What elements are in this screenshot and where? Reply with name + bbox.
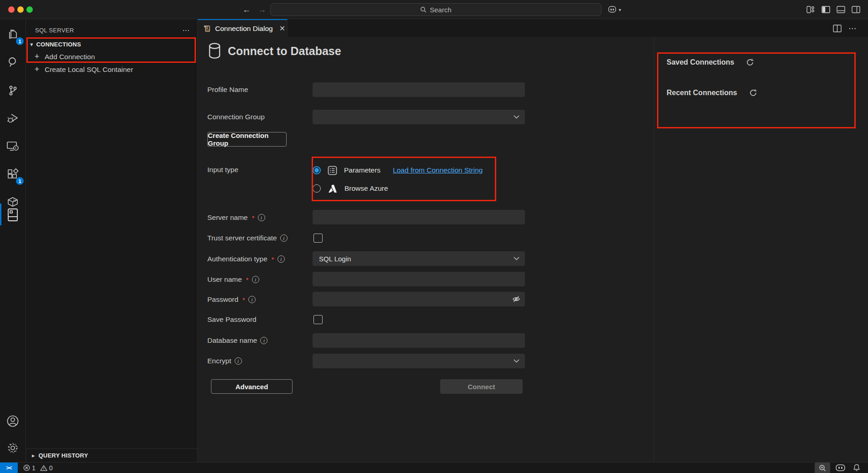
refresh-icon[interactable] <box>749 89 757 97</box>
info-icon[interactable]: i <box>252 276 259 283</box>
parameters-icon <box>328 166 337 175</box>
extensions-icon[interactable]: 1 <box>4 165 22 183</box>
remote-explorer-icon[interactable] <box>4 137 22 155</box>
sidebar-title: SQL SERVER <box>35 27 74 34</box>
copilot-status-icon[interactable] <box>834 463 847 473</box>
advanced-button[interactable]: Advanced <box>211 379 293 394</box>
browse-azure-label: Browse Azure <box>344 184 388 193</box>
forward-arrow-icon[interactable]: → <box>256 4 268 15</box>
info-icon[interactable]: i <box>260 337 267 344</box>
connections-side-panel: Saved Connections Recent Connections <box>654 37 868 462</box>
info-icon[interactable]: i <box>280 234 288 242</box>
split-editor-icon[interactable] <box>831 23 843 33</box>
plus-icon: + <box>32 65 41 74</box>
extensions-badge: 1 <box>16 177 24 185</box>
chevron-down-icon <box>514 115 519 119</box>
input-type-browse-azure-row: Browse Azure <box>313 183 388 194</box>
query-history-label: QUERY HISTORY <box>39 452 88 459</box>
chevron-down-icon: ▾ <box>619 7 621 12</box>
recent-connections-header: Recent Connections <box>667 89 757 97</box>
status-bar: >< 1 0 <box>0 462 868 473</box>
traffic-light-zoom[interactable] <box>26 6 33 13</box>
plus-icon: + <box>32 52 41 61</box>
encrypt-label: Encrypt i <box>207 357 242 365</box>
connection-dialog-panel: Connect to Database Profile Name Connect… <box>198 37 654 462</box>
sidebar-item-add-connection[interactable]: + Add Connection <box>26 51 198 63</box>
user-name-label: User name* i <box>207 275 259 284</box>
traffic-light-minimize[interactable] <box>17 6 24 13</box>
connections-section-header[interactable]: ▾ CONNECTIONS <box>26 38 198 51</box>
tab-close-icon[interactable]: ✕ <box>279 24 285 33</box>
tab-connection-dialog[interactable]: Connection Dialog ✕ <box>198 19 288 37</box>
info-icon[interactable]: i <box>248 296 256 303</box>
load-connection-string-link[interactable]: Load from Connection String <box>393 166 483 174</box>
error-icon <box>23 464 30 471</box>
warning-count: 0 <box>49 464 53 472</box>
sidebar-item-create-local-sql-container[interactable]: + Create Local SQL Container <box>26 63 198 76</box>
zoom-status-icon[interactable] <box>815 463 830 473</box>
settings-gear-icon[interactable] <box>4 439 22 457</box>
profile-name-label: Profile Name <box>207 86 248 94</box>
explorer-badge: 1 <box>16 37 24 45</box>
editor-more-actions[interactable]: ⋯ <box>847 23 858 33</box>
search-placeholder: Search <box>430 6 452 14</box>
toggle-password-visibility-icon[interactable] <box>512 295 521 304</box>
toggle-secondary-sidebar-icon[interactable] <box>849 4 862 15</box>
azure-icon <box>328 184 338 193</box>
info-icon[interactable]: i <box>258 214 265 221</box>
radio-parameters[interactable] <box>313 166 321 174</box>
activity-bar: 1 1 <box>0 19 26 462</box>
sql-server-view-icon[interactable] <box>4 205 22 224</box>
profile-name-input[interactable] <box>313 82 525 97</box>
auth-type-label: Authentication type* i <box>207 255 285 263</box>
traffic-light-close[interactable] <box>8 6 15 13</box>
chevron-down-icon <box>514 257 519 260</box>
connection-group-select[interactable] <box>313 110 525 124</box>
problems-indicator[interactable]: 1 0 <box>23 464 53 472</box>
radio-browse-azure[interactable] <box>313 184 321 193</box>
connect-button[interactable]: Connect <box>440 379 523 394</box>
create-connection-group-button[interactable]: Create Connection Group <box>207 132 287 147</box>
run-debug-icon[interactable] <box>4 109 22 127</box>
info-icon[interactable]: i <box>235 357 242 365</box>
password-input[interactable] <box>313 292 525 306</box>
vscode-window: ← → Search ▾ 1 <box>0 0 868 473</box>
toggle-panel-icon[interactable] <box>834 4 847 15</box>
tree-item-label: Add Connection <box>45 53 95 61</box>
auth-type-select[interactable]: SQL Login <box>313 251 525 266</box>
accounts-icon[interactable] <box>4 412 22 430</box>
recent-connections-label: Recent Connections <box>667 89 737 97</box>
warning-icon <box>40 465 47 471</box>
trust-cert-checkbox[interactable] <box>313 234 323 243</box>
auth-type-value: SQL Login <box>319 255 351 263</box>
toggle-primary-sidebar-icon[interactable] <box>819 4 832 15</box>
refresh-icon[interactable] <box>746 58 754 66</box>
encrypt-select[interactable] <box>313 354 525 368</box>
server-name-label: Server name* i <box>207 214 265 222</box>
server-name-input[interactable] <box>313 210 525 224</box>
database-name-input[interactable] <box>313 333 525 348</box>
copilot-button[interactable]: ▾ <box>608 4 621 15</box>
source-control-icon[interactable] <box>4 81 22 100</box>
error-count: 1 <box>32 464 36 472</box>
query-history-section-header[interactable]: ▸ QUERY HISTORY <box>26 448 197 462</box>
search-icon <box>420 6 426 13</box>
back-arrow-icon[interactable]: ← <box>241 4 252 15</box>
sidebar-sql-server: SQL SERVER ⋯ ▾ CONNECTIONS + Add Connect… <box>26 19 198 462</box>
title-bar: ← → Search ▾ <box>0 0 868 19</box>
active-view-indicator <box>0 203 1 225</box>
search-view-icon[interactable] <box>4 53 22 71</box>
explorer-icon[interactable]: 1 <box>4 25 22 43</box>
required-asterisk: * <box>246 276 249 284</box>
customize-layout-icon[interactable] <box>804 4 817 15</box>
search-input[interactable]: Search <box>270 3 601 16</box>
user-name-input[interactable] <box>313 272 525 286</box>
notifications-bell-icon[interactable] <box>850 463 863 473</box>
save-password-checkbox[interactable] <box>313 315 323 324</box>
remote-indicator[interactable]: >< <box>0 463 18 473</box>
password-label: Password* i <box>207 295 256 304</box>
database-icon <box>207 42 222 60</box>
editor-tab-bar: Connection Dialog ✕ ⋯ <box>198 19 868 37</box>
info-icon[interactable]: i <box>277 255 285 263</box>
sidebar-more-actions[interactable]: ⋯ <box>182 26 190 35</box>
